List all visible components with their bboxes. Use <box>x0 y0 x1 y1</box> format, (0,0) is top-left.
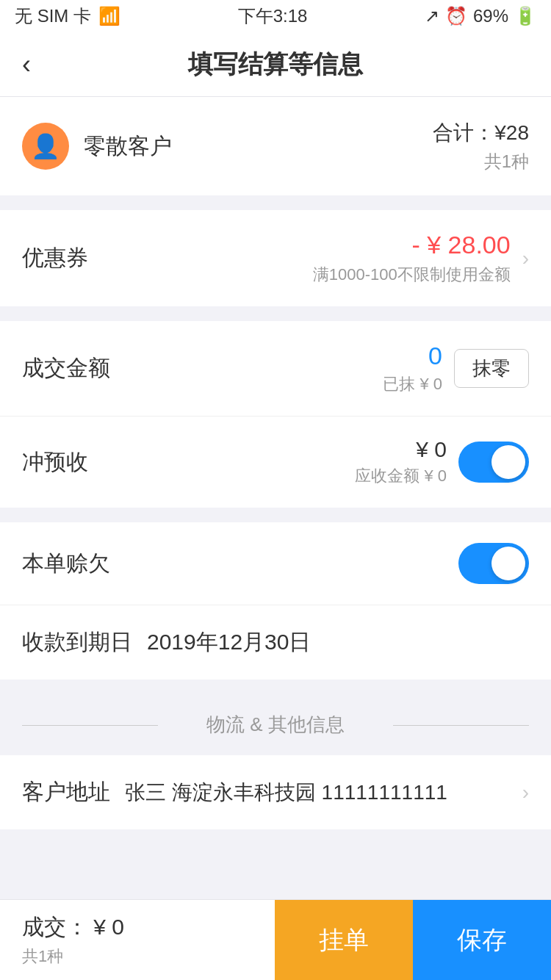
content: 👤 零散客户 合计：¥28 共1种 优惠券 - ¥ 28.00 满1000-10… <box>0 97 551 932</box>
transaction-sub: 已抹 ¥ 0 <box>383 373 442 395</box>
customer-name: 零散客户 <box>84 131 172 162</box>
alarm-icon: ⏰ <box>445 6 467 26</box>
coupon-section: 优惠券 - ¥ 28.00 满1000-100不限制使用金额 › <box>0 210 551 306</box>
deal-label: 成交： <box>22 915 88 939</box>
status-time: 下午3:18 <box>238 4 308 28</box>
address-value: 张三 海淀永丰科技园 11111111111 <box>125 779 447 807</box>
coupon-text: - ¥ 28.00 满1000-100不限制使用金额 <box>313 231 511 286</box>
transaction-row: 成交金额 0 已抹 ¥ 0 抹零 <box>0 321 551 417</box>
debt-row: 本单赊欠 <box>0 522 551 605</box>
prepay-toggle-knob <box>491 445 525 479</box>
prepay-text: ¥ 0 应收金额 ¥ 0 <box>355 437 447 487</box>
due-date-row: 收款到期日 2019年12月30日 <box>0 605 551 680</box>
coupon-sub: 满1000-100不限制使用金额 <box>313 264 511 286</box>
debt-toggle[interactable] <box>458 543 529 584</box>
address-row[interactable]: 客户地址 张三 海淀永丰科技园 11111111111 › <box>0 755 551 829</box>
prepay-row: 冲预收 ¥ 0 应收金额 ¥ 0 <box>0 417 551 508</box>
customer-right: 合计：¥28 共1种 <box>433 119 529 173</box>
transaction-value: 0 <box>383 342 442 370</box>
bottom-deal: 成交： ¥ 0 <box>22 912 253 943</box>
save-button[interactable]: 保存 <box>413 900 551 981</box>
address-section: 客户地址 张三 海淀永丰科技园 11111111111 › <box>0 755 551 829</box>
prepay-toggle[interactable] <box>458 442 529 483</box>
status-right: ↗ ⏰ 69% 🔋 <box>425 6 536 26</box>
address-label: 客户地址 <box>22 777 110 807</box>
transaction-right: 0 已抹 ¥ 0 抹零 <box>383 342 529 395</box>
address-left: 客户地址 张三 海淀永丰科技园 11111111111 <box>22 777 447 807</box>
address-chevron-icon: › <box>522 781 529 804</box>
logistics-label: 物流 & 其他信息 <box>206 713 345 735</box>
avatar-icon: 👤 <box>31 132 60 160</box>
transaction-section: 成交金额 0 已抹 ¥ 0 抹零 冲预收 ¥ 0 应收金额 ¥ 0 <box>0 321 551 508</box>
coupon-chevron-icon: › <box>522 247 529 270</box>
due-date-value: 2019年12月30日 <box>147 627 311 657</box>
total-label: 合计：¥28 <box>433 119 529 147</box>
coupon-label: 优惠券 <box>22 243 88 273</box>
prepay-amount: ¥ 0 <box>355 437 447 462</box>
bottom-count: 共1种 <box>22 945 253 968</box>
wifi-icon: 📶 <box>98 6 120 26</box>
deal-amount: ¥ 0 <box>93 915 124 939</box>
logistics-header: 物流 & 其他信息 <box>0 694 551 755</box>
coupon-amount: - ¥ 28.00 <box>313 231 511 259</box>
transaction-text: 0 已抹 ¥ 0 <box>383 342 442 395</box>
prepay-sub: 应收金额 ¥ 0 <box>355 465 447 487</box>
customer-avatar: 👤 <box>22 123 69 170</box>
battery-icon: 🔋 <box>514 6 536 26</box>
transaction-label: 成交金额 <box>22 353 110 383</box>
coupon-right: - ¥ 28.00 满1000-100不限制使用金额 › <box>313 231 529 286</box>
location-icon: ↗ <box>425 6 439 26</box>
prepay-label: 冲预收 <box>22 447 88 478</box>
customer-row: 👤 零散客户 合计：¥28 共1种 <box>0 97 551 195</box>
bottom-bar: 成交： ¥ 0 共1种 挂单 保存 <box>0 899 551 980</box>
due-date-label: 收款到期日 <box>22 627 132 657</box>
coupon-row[interactable]: 优惠券 - ¥ 28.00 满1000-100不限制使用金额 › <box>0 210 551 306</box>
round-button[interactable]: 抹零 <box>454 349 529 388</box>
page-title: 填写结算等信息 <box>188 48 363 82</box>
debt-section: 本单赊欠 收款到期日 2019年12月30日 <box>0 522 551 680</box>
status-left: 无 SIM 卡 📶 <box>15 4 120 28</box>
prepay-right: ¥ 0 应收金额 ¥ 0 <box>355 437 529 487</box>
debt-label: 本单赊欠 <box>22 549 110 579</box>
back-button[interactable]: ‹ <box>22 49 31 80</box>
customer-left: 👤 零散客户 <box>22 123 172 170</box>
debt-toggle-knob <box>491 547 525 580</box>
battery-label: 69% <box>473 6 508 26</box>
total-count: 共1种 <box>433 150 529 173</box>
customer-section: 👤 零散客户 合计：¥28 共1种 <box>0 97 551 195</box>
nav-bar: ‹ 填写结算等信息 <box>0 32 551 97</box>
hold-button[interactable]: 挂单 <box>275 900 413 981</box>
status-bar: 无 SIM 卡 📶 下午3:18 ↗ ⏰ 69% 🔋 <box>0 0 551 32</box>
sim-label: 无 SIM 卡 <box>15 4 91 28</box>
bottom-info: 成交： ¥ 0 共1种 <box>0 912 275 968</box>
